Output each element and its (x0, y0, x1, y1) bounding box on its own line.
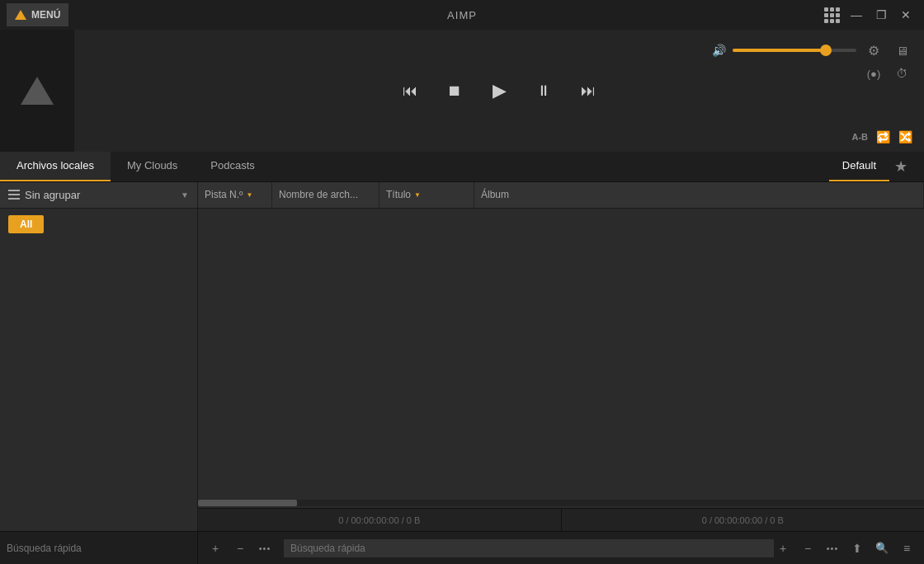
app-title: AIMP (447, 9, 477, 21)
col-album-label: Álbum (481, 189, 509, 200)
add-track-button[interactable]: + (205, 538, 226, 558)
tab-archivos-locales[interactable]: Archivos locales (0, 152, 111, 181)
stop-button[interactable]: ⏹ (440, 76, 469, 106)
more-options-button[interactable]: ••• (254, 538, 276, 558)
quick-search-right[interactable] (284, 539, 774, 557)
hamburger-icon (8, 190, 20, 200)
pause-button[interactable]: ⏸ (529, 76, 559, 106)
file-list-panel: Pista N.º ▼ Nombre de arch... Título ▼ Á… (198, 182, 924, 531)
tab-my-clouds[interactable]: My Clouds (111, 152, 194, 181)
col-filename-label: Nombre de arch... (279, 189, 358, 200)
display-button[interactable]: 🖥 (891, 41, 912, 59)
timer-button[interactable]: ⏱ (891, 64, 912, 82)
col-track-sort-icon: ▼ (246, 191, 252, 199)
col-title-sort-icon: ▼ (414, 191, 421, 199)
library-section: Archivos locales My Clouds Podcasts Defa… (0, 152, 924, 531)
col-header-track[interactable]: Pista N.º ▼ (198, 182, 272, 208)
volume-row: 🔊 ⚙ 🖥 (712, 41, 912, 59)
titlebar-controls: — ❐ ✕ (820, 5, 917, 25)
favorite-star-button[interactable]: ★ (889, 157, 912, 176)
tab-podcasts[interactable]: Podcasts (194, 152, 271, 181)
grid-view-button[interactable] (820, 5, 843, 25)
col-header-filename[interactable]: Nombre de arch... (272, 182, 380, 208)
tabs-bar: Archivos locales My Clouds Podcasts Defa… (0, 152, 924, 182)
album-art (0, 30, 74, 152)
group-by-header[interactable]: Sin agrupar ▼ (0, 182, 197, 209)
aimp-triangle (21, 77, 54, 105)
group-by-dropdown-arrow: ▼ (181, 190, 189, 200)
titlebar: MENÚ AIMP — ❐ ✕ (0, 0, 924, 30)
remove-track-button[interactable]: − (229, 538, 251, 558)
more-playlist-button[interactable]: ••• (822, 538, 843, 558)
bottom-bar: + − ••• + − ••• ⬆ 🔍 ≡ (0, 531, 924, 564)
restore-button[interactable]: ❐ (870, 5, 893, 25)
titlebar-left: MENÚ (7, 3, 68, 26)
horizontal-scrollbar[interactable] (198, 500, 924, 506)
radio-button[interactable]: (●) (863, 64, 884, 82)
remove-playlist-button[interactable]: − (797, 538, 818, 558)
col-header-title[interactable]: Título ▼ (380, 182, 474, 208)
player: ⏮ ⏹ ▶ ⏸ ⏭ 🔊 ⚙ 🖥 (●) (0, 30, 924, 152)
repeat-button[interactable]: 🔁 (876, 130, 890, 143)
ab-repeat-button[interactable]: A-B (851, 132, 868, 142)
status-bar-right: 0 / 00:00:00:00 / 0 B (562, 508, 925, 531)
search-right-wrapper (279, 539, 769, 557)
left-panel: Sin agrupar ▼ All (0, 182, 198, 531)
volume-icon: 🔊 (712, 44, 726, 57)
minimize-button[interactable]: — (845, 5, 868, 25)
grid-icon (824, 7, 840, 23)
tab-default[interactable]: Default (829, 152, 889, 181)
main-content: Sin agrupar ▼ All Pista N.º ▼ Nombre de … (0, 182, 924, 531)
next-button[interactable]: ⏭ (573, 76, 603, 106)
bottom-controls: A-B 🔁 🔀 (851, 130, 912, 143)
play-icon: ▶ (493, 80, 507, 101)
aimp-logo-large (16, 70, 58, 111)
pause-icon: ⏸ (536, 82, 551, 100)
menu-label: MENÚ (31, 9, 60, 21)
col-header-album[interactable]: Álbum (474, 182, 924, 208)
shuffle-button[interactable]: 🔀 (898, 130, 912, 143)
close-button[interactable]: ✕ (894, 5, 917, 25)
status-bars: 0 / 00:00:00:00 / 0 B 0 / 00:00:00:00 / … (198, 508, 924, 531)
volume-slider[interactable] (733, 49, 856, 52)
col-title-label: Título (386, 189, 411, 200)
stop-icon: ⏹ (447, 82, 462, 100)
bottom-left (0, 532, 198, 564)
next-icon: ⏭ (581, 82, 596, 100)
volume-knob[interactable] (820, 45, 832, 56)
file-list-body (198, 209, 924, 498)
menu-button[interactable]: MENÚ (7, 3, 68, 26)
right-controls: 🔊 ⚙ 🖥 (●) ⏱ (712, 41, 912, 82)
quick-search-left[interactable] (7, 543, 191, 554)
transport-controls: ⏮ ⏹ ▶ ⏸ ⏭ (395, 76, 603, 106)
prev-button[interactable]: ⏮ (395, 76, 425, 106)
add-playlist-button[interactable]: + (772, 538, 794, 558)
equalizer-button[interactable]: ⚙ (863, 41, 884, 59)
search-button[interactable]: 🔍 (871, 538, 893, 558)
bottom-right: + − ••• + − ••• ⬆ 🔍 ≡ (198, 538, 924, 558)
playlist-view-button[interactable]: ≡ (896, 538, 917, 558)
secondary-controls: (●) ⏱ (712, 64, 912, 82)
prev-icon: ⏮ (403, 82, 417, 100)
play-button[interactable]: ▶ (484, 76, 514, 106)
col-track-label: Pista N.º (205, 189, 243, 200)
right-tab-area: Default ★ (818, 152, 924, 181)
all-filter-button[interactable]: All (8, 215, 44, 233)
volume-fill (733, 49, 826, 52)
group-by-label: Sin agrupar (25, 189, 176, 201)
table-header: Pista N.º ▼ Nombre de arch... Título ▼ Á… (198, 182, 924, 209)
aimp-logo (15, 10, 26, 20)
scrollbar-thumb[interactable] (198, 500, 297, 506)
sort-direction-button[interactable]: ⬆ (846, 538, 868, 558)
status-bar-left: 0 / 00:00:00:00 / 0 B (198, 508, 561, 531)
